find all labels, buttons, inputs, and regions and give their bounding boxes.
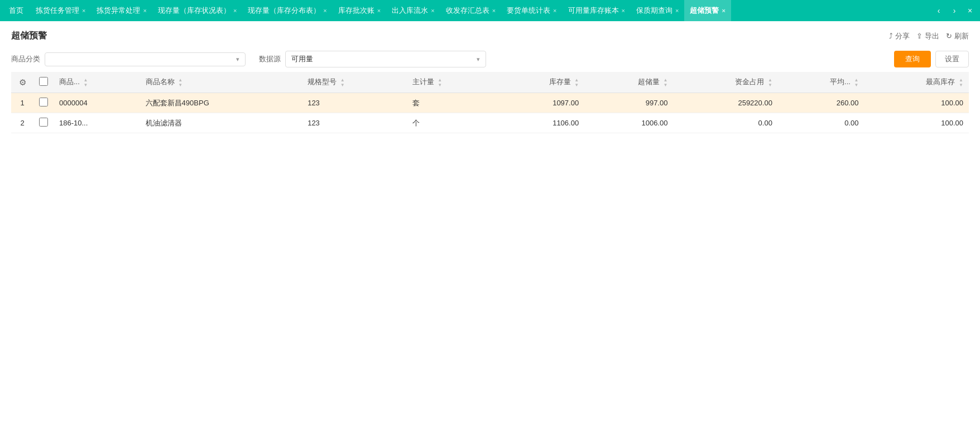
row-index: 1 xyxy=(11,93,33,113)
nav-tab-xiancunliang1[interactable]: 现存量（库存状况表） × xyxy=(152,0,242,21)
row-over-stock: 1006.00 xyxy=(584,113,673,133)
table-body: 1 0000004 六配套新昌490BPG 123 套 1097.00 997.… xyxy=(11,93,969,133)
close-tab-3[interactable]: × xyxy=(323,7,326,14)
nav-tab-keyongliang[interactable]: 可用量库存账本 × xyxy=(563,0,631,21)
col-checkbox xyxy=(33,72,54,93)
sort-over-stock-icon: ▲ ▼ xyxy=(664,78,668,88)
sort-max-stock-icon: ▲ ▼ xyxy=(959,78,963,88)
row-stock: 1106.00 xyxy=(496,113,584,133)
nav-scroll-right[interactable]: › xyxy=(947,0,962,21)
row-unit: 套 xyxy=(407,93,496,113)
datasource-select-value: 可用量 xyxy=(291,54,313,64)
col-stock[interactable]: 库存量 ▲ ▼ xyxy=(496,72,584,93)
col-product-name[interactable]: 商品名称 ▲ ▼ xyxy=(140,72,302,93)
select-all-checkbox[interactable] xyxy=(39,77,48,86)
close-tab-4[interactable]: × xyxy=(377,7,381,14)
col-capital[interactable]: 资金占用 ▲ ▼ xyxy=(673,72,777,93)
datasource-label: 数据源 xyxy=(259,54,281,64)
row-spec: 123 xyxy=(302,93,406,113)
nav-tab-shoufacun[interactable]: 收发存汇总表 × xyxy=(440,0,501,21)
datasource-filter-group: 数据源 可用量 ▾ xyxy=(259,51,486,67)
row-over-stock: 997.00 xyxy=(584,93,673,113)
sort-unit-icon: ▲ ▼ xyxy=(438,78,442,88)
export-label: 导出 xyxy=(925,31,939,41)
share-label: 分享 xyxy=(895,31,910,41)
category-filter-group: 商品分类 ▾ xyxy=(11,52,246,66)
col-product-code[interactable]: 商品... ▲ ▼ xyxy=(54,72,140,93)
query-button[interactable]: 查询 xyxy=(894,51,931,67)
row-checkbox-0[interactable] xyxy=(39,98,48,106)
sort-product-code-icon: ▲ ▼ xyxy=(83,78,88,88)
close-tab-0[interactable]: × xyxy=(82,7,85,14)
row-checkbox-cell xyxy=(33,113,54,133)
close-tab-7[interactable]: × xyxy=(553,7,556,14)
nav-tab-chaochuyujing[interactable]: 超储预警 × xyxy=(684,0,731,21)
page-header: 超储预警 ⤴ 分享 ⇪ 导出 ↻ 刷新 xyxy=(11,30,969,42)
datasource-chevron-down-icon: ▾ xyxy=(477,56,480,63)
sort-capital-icon: ▲ ▼ xyxy=(768,78,772,88)
col-max-stock[interactable]: 最高库存 ▲ ▼ xyxy=(864,72,969,93)
row-checkbox-1[interactable] xyxy=(39,118,48,127)
row-checkbox-cell xyxy=(33,93,54,113)
filter-section: 商品分类 ▾ 数据源 可用量 ▾ 查询 设置 xyxy=(11,51,969,67)
data-table: ⚙ 商品... ▲ ▼ 商品名称 ▲ ▼ xyxy=(11,72,969,133)
col-unit[interactable]: 主计量 ▲ ▼ xyxy=(407,72,496,93)
col-avg[interactable]: 平均... ▲ ▼ xyxy=(778,72,864,93)
nav-home[interactable]: 首页 xyxy=(2,0,30,21)
row-max-stock: 100.00 xyxy=(864,93,969,113)
table-header-row: ⚙ 商品... ▲ ▼ 商品名称 ▲ ▼ xyxy=(11,72,969,93)
row-index: 2 xyxy=(11,113,33,133)
sort-stock-icon: ▲ ▼ xyxy=(574,78,579,88)
table-row: 2 186-10... 机油滤清器 123 个 1106.00 1006.00 … xyxy=(11,113,969,133)
sort-spec-icon: ▲ ▼ xyxy=(340,78,345,88)
category-select[interactable]: ▾ xyxy=(45,52,246,66)
close-tab-10[interactable]: × xyxy=(722,7,725,14)
row-product-code: 186-10... xyxy=(54,113,140,133)
top-navigation: 首页 拣货任务管理 × 拣货异常处理 × 现存量（库存状况表） × 现存量（库存… xyxy=(0,0,980,21)
datasource-select[interactable]: 可用量 ▾ xyxy=(285,51,486,67)
row-avg: 0.00 xyxy=(778,113,864,133)
refresh-icon: ↻ xyxy=(946,32,952,40)
close-tab-8[interactable]: × xyxy=(622,7,625,14)
nav-tab-churuku[interactable]: 出入库流水 × xyxy=(386,0,440,21)
nav-tab-baozhi[interactable]: 保质期查询 × xyxy=(631,0,684,21)
nav-tab-kucunpici[interactable]: 库存批次账 × xyxy=(333,0,386,21)
refresh-button[interactable]: ↻ 刷新 xyxy=(946,31,969,41)
export-icon: ⇪ xyxy=(916,32,923,40)
col-over-stock[interactable]: 超储量 ▲ ▼ xyxy=(584,72,673,93)
row-max-stock: 100.00 xyxy=(864,113,969,133)
page-title: 超储预警 xyxy=(11,30,47,42)
col-spec[interactable]: 规格型号 ▲ ▼ xyxy=(302,72,406,93)
nav-tab-jianhuorenwu[interactable]: 拣货任务管理 × xyxy=(30,0,91,21)
settings-button[interactable]: 设置 xyxy=(935,51,969,67)
close-tab-5[interactable]: × xyxy=(431,7,434,14)
category-label: 商品分类 xyxy=(11,54,40,64)
share-button[interactable]: ⤴ 分享 xyxy=(889,31,910,41)
row-product-name: 机油滤清器 xyxy=(140,113,302,133)
table-row: 1 0000004 六配套新昌490BPG 123 套 1097.00 997.… xyxy=(11,93,969,113)
row-unit: 个 xyxy=(407,113,496,133)
refresh-label: 刷新 xyxy=(954,31,969,41)
category-chevron-down-icon: ▾ xyxy=(236,56,239,63)
row-capital: 0.00 xyxy=(673,113,777,133)
row-stock: 1097.00 xyxy=(496,93,584,113)
export-button[interactable]: ⇪ 导出 xyxy=(916,31,939,41)
page-content: 超储预警 ⤴ 分享 ⇪ 导出 ↻ 刷新 商品分类 ▾ xyxy=(0,21,980,446)
header-actions: ⤴ 分享 ⇪ 导出 ↻ 刷新 xyxy=(889,31,969,41)
sort-product-name-icon: ▲ ▼ xyxy=(178,78,182,88)
nav-tab-jianhuoyichang[interactable]: 拣货异常处理 × xyxy=(91,0,152,21)
close-tab-1[interactable]: × xyxy=(143,7,146,14)
nav-scroll-left[interactable]: ‹ xyxy=(931,0,947,21)
gear-icon[interactable]: ⚙ xyxy=(19,77,26,87)
nav-close-current[interactable]: × xyxy=(962,0,978,21)
row-capital: 259220.00 xyxy=(673,93,777,113)
close-tab-9[interactable]: × xyxy=(675,7,679,14)
row-product-code: 0000004 xyxy=(54,93,140,113)
row-avg: 260.00 xyxy=(778,93,864,113)
share-icon: ⤴ xyxy=(889,32,893,40)
col-settings: ⚙ xyxy=(11,72,33,93)
close-tab-2[interactable]: × xyxy=(233,7,237,14)
close-tab-6[interactable]: × xyxy=(492,7,496,14)
nav-tab-yaohuo[interactable]: 要货单统计表 × xyxy=(501,0,562,21)
nav-tab-xiancunliang2[interactable]: 现存量（库存分布表） × xyxy=(242,0,332,21)
